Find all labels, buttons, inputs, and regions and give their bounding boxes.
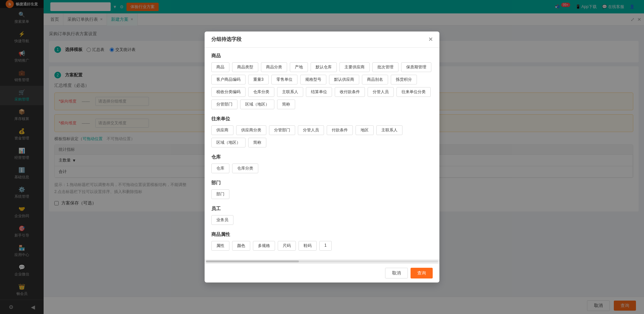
field-chip-5-2[interactable]: 多规格: [253, 241, 275, 251]
field-chip-5-3[interactable]: 尺码: [278, 241, 296, 251]
field-group-title-5: 商品属性: [211, 232, 433, 238]
modal-title: 分组待选字段: [211, 36, 241, 43]
field-group-0: 商品商品商品类型商品分类产地默认仓库主要供应商批次管理保质期管理客户商品编码重量…: [211, 53, 433, 109]
field-chip-0-14[interactable]: 拣货积分: [391, 75, 417, 84]
field-chip-0-22[interactable]: 分管部门: [211, 100, 237, 109]
field-chip-0-5[interactable]: 主要供应商: [339, 62, 370, 72]
modal-header: 分组待选字段 ✕: [205, 32, 439, 48]
field-chip-1-6[interactable]: 主联系人: [376, 125, 402, 135]
field-chip-0-12[interactable]: 默认供应商: [329, 75, 359, 84]
field-chip-1-4[interactable]: 付款条件: [327, 125, 353, 135]
field-chip-5-4[interactable]: 鞋码: [299, 241, 317, 251]
field-select-modal: 分组待选字段 ✕ 商品商品商品类型商品分类产地默认仓库主要供应商批次管理保质期管…: [205, 32, 439, 283]
field-chip-0-6[interactable]: 批次管理: [372, 62, 398, 72]
field-group-1: 往来单位供应商供应商分类分管部门分管人员付款条件地区主联系人区域（地区）简称: [211, 116, 433, 147]
field-chip-0-21[interactable]: 往来单位分类: [396, 87, 431, 97]
scroll-track: [206, 260, 438, 262]
field-chip-1-8[interactable]: 简称: [248, 138, 266, 147]
field-chips-0: 商品商品类型商品分类产地默认仓库主要供应商批次管理保质期管理客户商品编码重量3零…: [211, 62, 433, 109]
field-chip-0-9[interactable]: 重量3: [248, 75, 269, 84]
field-chip-5-1[interactable]: 颜色: [232, 241, 250, 251]
field-chip-1-3[interactable]: 分管人员: [298, 125, 324, 135]
field-chip-0-16[interactable]: 仓库分类: [248, 87, 274, 97]
modal-overlay: 分组待选字段 ✕ 商品商品商品类型商品分类产地默认仓库主要供应商批次管理保质期管…: [0, 0, 644, 314]
field-group-4: 员工业务员: [211, 206, 433, 225]
field-chip-0-3[interactable]: 产地: [290, 62, 308, 72]
modal-close-icon[interactable]: ✕: [428, 36, 433, 43]
field-chip-5-0[interactable]: 属性: [211, 241, 229, 251]
field-chip-0-19[interactable]: 收付款条件: [335, 87, 365, 97]
field-chip-1-5[interactable]: 地区: [356, 125, 374, 135]
field-group-title-4: 员工: [211, 206, 433, 212]
modal-cancel-button[interactable]: 取消: [385, 268, 408, 278]
field-chip-1-2[interactable]: 分管部门: [269, 125, 295, 135]
field-chip-0-7[interactable]: 保质期管理: [401, 62, 431, 72]
modal-bottom-scrollbar[interactable]: [205, 259, 439, 263]
field-chip-0-8[interactable]: 客户商品编码: [211, 75, 246, 84]
field-group-title-2: 仓库: [211, 154, 433, 160]
field-chip-5-5[interactable]: 1: [319, 241, 332, 251]
modal-body: 商品商品商品类型商品分类产地默认仓库主要供应商批次管理保质期管理客户商品编码重量…: [205, 48, 439, 260]
field-chips-3: 部门: [211, 189, 433, 199]
field-chip-0-24[interactable]: 简称: [277, 100, 295, 109]
field-chips-4: 业务员: [211, 215, 433, 225]
field-chip-0-18[interactable]: 结算单位: [306, 87, 332, 97]
field-chips-1: 供应商供应商分类分管部门分管人员付款条件地区主联系人区域（地区）简称: [211, 125, 433, 147]
field-chip-0-1[interactable]: 商品类型: [232, 62, 258, 72]
field-chip-0-20[interactable]: 分管人员: [368, 87, 394, 97]
scroll-thumb: [206, 260, 299, 262]
field-chips-2: 仓库仓库分类: [211, 164, 433, 173]
field-group-3: 部门部门: [211, 180, 433, 199]
field-chip-1-1[interactable]: 供应商分类: [236, 125, 266, 135]
field-chip-0-11[interactable]: 规格型号: [300, 75, 326, 84]
field-group-5: 商品属性属性颜色多规格尺码鞋码1: [211, 232, 433, 251]
field-group-2: 仓库仓库仓库分类: [211, 154, 433, 173]
field-chip-1-7[interactable]: 区域（地区）: [211, 138, 246, 147]
field-chip-2-1[interactable]: 仓库分类: [232, 164, 258, 173]
field-chips-5: 属性颜色多规格尺码鞋码1: [211, 241, 433, 251]
field-chip-0-2[interactable]: 商品分类: [261, 62, 287, 72]
field-group-title-0: 商品: [211, 53, 433, 59]
field-chip-0-0[interactable]: 商品: [211, 62, 229, 72]
field-group-title-3: 部门: [211, 180, 433, 186]
field-chip-1-0[interactable]: 供应商: [211, 125, 233, 135]
field-group-title-1: 往来单位: [211, 116, 433, 122]
field-chip-0-15[interactable]: 税收分类编码: [211, 87, 246, 97]
field-chip-4-0[interactable]: 业务员: [211, 215, 233, 225]
field-chip-0-23[interactable]: 区域（地区）: [240, 100, 274, 109]
field-chip-2-0[interactable]: 仓库: [211, 164, 229, 173]
field-chip-0-17[interactable]: 主联系人: [277, 87, 303, 97]
modal-footer: 取消 查询: [205, 263, 439, 282]
field-chip-0-13[interactable]: 商品别名: [362, 75, 388, 84]
field-chip-0-4[interactable]: 默认仓库: [311, 62, 337, 72]
field-chip-0-10[interactable]: 零售单位: [271, 75, 298, 84]
field-chip-3-0[interactable]: 部门: [211, 189, 229, 199]
modal-confirm-button[interactable]: 查询: [411, 268, 433, 278]
